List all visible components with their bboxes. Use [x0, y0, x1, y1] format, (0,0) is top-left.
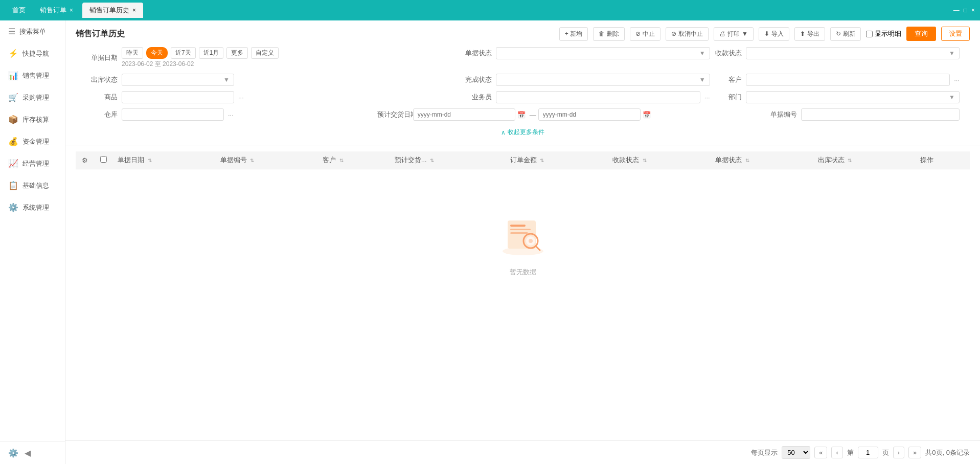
payment-sort-icon[interactable]: ⇅ [643, 158, 647, 163]
import-label: 导入 [771, 30, 784, 38]
sidebar-item-inventory-check[interactable]: 📦 库存核算 [0, 108, 65, 130]
delivery-status-select[interactable]: ▼ [122, 74, 234, 86]
sidebar-item-purchase-mgmt[interactable]: 🛒 采购管理 [0, 86, 65, 108]
salesperson-picker-icon[interactable]: ··· [704, 94, 710, 101]
filter-col-delivery-status: 出库状态 ▼ [86, 74, 460, 86]
sidebar-item-label: 资金管理 [22, 137, 49, 146]
th-checkbox[interactable] [94, 151, 112, 169]
department-select[interactable]: ▼ [746, 91, 960, 103]
top-bar: 首页 销售订单 × 销售订单历史 × — □ × [0, 0, 980, 20]
page-size-select[interactable]: 10 20 50 100 [782, 446, 810, 459]
sales-order-history-tab-close[interactable]: × [132, 7, 136, 14]
warehouse-label: 仓库 [86, 110, 122, 119]
quick-nav-icon: ⚡ [8, 49, 18, 58]
sidebar-item-label: 系统管理 [22, 203, 49, 212]
sales-order-tab-close[interactable]: × [70, 7, 73, 14]
export-button[interactable]: ⬆ 导出 [794, 27, 825, 41]
customer-picker-icon[interactable]: ··· [954, 76, 960, 84]
stop-button[interactable]: ⊘ 中止 [630, 27, 660, 41]
refresh-label: 刷新 [843, 30, 855, 38]
print-button[interactable]: 🖨 打印 ▼ [714, 27, 754, 41]
close-button[interactable]: × [971, 7, 975, 14]
tab-sales-order-history[interactable]: 销售订单历史 × [82, 3, 143, 18]
yesterday-btn[interactable]: 昨天 [122, 47, 143, 59]
order-status-sort-icon[interactable]: ⇅ [745, 158, 749, 163]
delivery-date-start-input[interactable] [413, 108, 515, 121]
custom-btn[interactable]: 自定义 [251, 47, 279, 59]
date-sort-icon[interactable]: ⇅ [148, 158, 152, 163]
product-input[interactable] [122, 91, 234, 103]
completion-status-select[interactable]: ▼ [496, 74, 710, 86]
last-page-button[interactable]: » [908, 447, 921, 458]
department-label: 部门 [710, 93, 746, 102]
more-btn[interactable]: 更多 [226, 47, 248, 59]
table-settings-icon[interactable]: ⚙ [82, 157, 88, 164]
amount-sort-icon[interactable]: ⇅ [540, 158, 544, 163]
refresh-button[interactable]: ↻ 刷新 [830, 27, 861, 41]
export-label: 导出 [807, 30, 819, 38]
calendar-end-icon[interactable]: 📅 [643, 111, 651, 119]
purchase-mgmt-icon: 🛒 [8, 93, 18, 102]
cancel-stop-button[interactable]: ⊘ 取消中止 [666, 27, 709, 41]
product-picker-icon[interactable]: ··· [238, 94, 244, 101]
warehouse-input[interactable] [122, 108, 224, 121]
select-all-checkbox[interactable] [100, 156, 107, 163]
order-number-input[interactable] [801, 108, 960, 121]
delivery-date-sort-icon[interactable]: ⇅ [430, 158, 434, 163]
query-button[interactable]: 查询 [906, 27, 936, 41]
tab-sales-order[interactable]: 销售订单 × [33, 3, 80, 18]
th-settings[interactable]: ⚙ [76, 151, 94, 169]
filter-col-customer: 客户 ··· [710, 74, 960, 86]
empty-area: 暂无数据 [76, 169, 970, 318]
first-page-button[interactable]: « [814, 447, 827, 458]
sidebar-item-search-menu[interactable]: ☰ 搜索菜单 [0, 20, 65, 42]
last1month-btn[interactable]: 近1月 [199, 47, 224, 59]
sidebar-item-sys-mgmt[interactable]: ⚙️ 系统管理 [0, 196, 65, 218]
last7days-btn[interactable]: 近7天 [171, 47, 196, 59]
payment-status-select[interactable]: ▼ [746, 47, 960, 59]
table-area: ⚙ 单据日期 ⇅ 单据编号 ⇅ [65, 145, 980, 440]
today-btn[interactable]: 今天 [146, 47, 168, 59]
collapse-button[interactable]: ∧ 收起更多条件 [86, 126, 960, 139]
delete-label: 删除 [607, 30, 619, 38]
filter-col-salesperson: 业务员 ··· [460, 91, 710, 103]
maximize-button[interactable]: □ [964, 7, 967, 14]
th-number-label: 单据编号 [220, 156, 247, 164]
sidebar-item-sales-mgmt[interactable]: 📊 销售管理 [0, 64, 65, 86]
show-detail-checkbox[interactable] [866, 31, 873, 37]
salesperson-input[interactable] [496, 91, 700, 103]
delivery-date-end-input[interactable] [538, 108, 641, 121]
sidebar-bottom: ⚙️ ◀ [0, 441, 65, 464]
delivery-status-sort-icon[interactable]: ⇅ [848, 158, 852, 163]
sidebar-item-base-info[interactable]: 📋 基础信息 [0, 174, 65, 196]
new-button[interactable]: + 新增 [559, 27, 588, 41]
filter-col-department: 部门 ▼ [710, 91, 960, 103]
settings-button[interactable]: 设置 [941, 27, 970, 41]
collapse-sidebar-icon[interactable]: ◀ [25, 448, 31, 458]
page-number-input[interactable] [858, 447, 878, 458]
number-sort-icon[interactable]: ⇅ [250, 158, 254, 163]
show-detail-toggle[interactable]: 显示明细 [866, 29, 901, 38]
minimize-button[interactable]: — [953, 7, 960, 14]
import-button[interactable]: ⬇ 导入 [759, 27, 789, 41]
payment-status-arrow-icon: ▼ [949, 50, 955, 57]
order-status-select[interactable]: ▼ [496, 47, 710, 59]
sidebar-item-fund-mgmt[interactable]: 💰 资金管理 [0, 130, 65, 152]
delete-button[interactable]: 🗑 删除 [593, 27, 625, 41]
data-table: ⚙ 单据日期 ⇅ 单据编号 ⇅ [76, 151, 970, 169]
sidebar-item-ops-mgmt[interactable]: 📈 经营管理 [0, 152, 65, 174]
tab-home[interactable]: 首页 [5, 3, 33, 18]
completion-status-arrow-icon: ▼ [699, 76, 705, 83]
warehouse-picker-icon[interactable]: ··· [228, 111, 234, 119]
customer-sort-icon[interactable]: ⇅ [339, 158, 344, 163]
prev-page-button[interactable]: ‹ [831, 447, 842, 458]
content-area: 销售订单历史 + 新增 🗑 删除 ⊘ 中止 ⊘ 取消中止 [65, 20, 980, 464]
sidebar-item-quick-nav[interactable]: ⚡ 快捷导航 [0, 42, 65, 64]
settings-bottom-icon[interactable]: ⚙️ [8, 448, 18, 458]
calendar-start-icon[interactable]: 📅 [517, 111, 526, 119]
collapse-arrow-icon: ∧ [501, 129, 506, 136]
table-wrapper: ⚙ 单据日期 ⇅ 单据编号 ⇅ [65, 145, 980, 324]
date-buttons-group: 昨天 今天 近7天 近1月 更多 自定义 [122, 47, 279, 59]
customer-input[interactable] [746, 74, 950, 86]
next-page-button[interactable]: › [893, 447, 904, 458]
